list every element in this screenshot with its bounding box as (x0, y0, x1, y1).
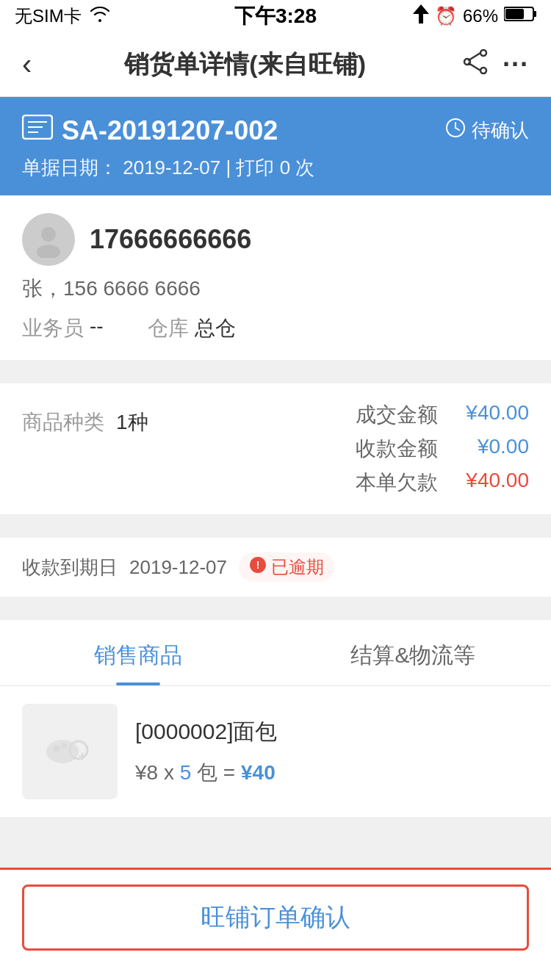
salesperson-value: -- (90, 314, 104, 342)
status-bar-right: ⏰ 66% (413, 4, 536, 28)
svg-line-10 (455, 128, 459, 130)
product-name: [0000002]面包 (135, 717, 529, 747)
tabs: 销售商品 结算&物流等 (0, 620, 551, 686)
customer-top: 17666666666 (22, 213, 529, 266)
status-bar-time: 下午3:28 (234, 2, 317, 30)
status-bar-left: 无SIM卡 (15, 4, 111, 28)
summary-left: 商品种类 1种 (22, 401, 148, 436)
price-value: ¥8 (135, 761, 158, 784)
table-row: + [0000002]面包 ¥8 x 5 包 = ¥40 (0, 686, 551, 818)
product-type-value: 1种 (116, 408, 148, 436)
product-price: ¥8 x 5 包 = ¥40 (135, 759, 529, 787)
header-card: SA-20191207-002 待确认 单据日期： 2019-12-07 | 打… (0, 97, 551, 195)
overdue-badge: ! 已逾期 (239, 552, 334, 582)
order-date: 单据日期： 2019-12-07 | 打印 0 次 (22, 155, 529, 181)
order-number: SA-20191207-002 (22, 115, 278, 146)
salesperson-label: 业务员 (22, 314, 84, 342)
wifi-icon (89, 6, 111, 26)
status-badge: 待确认 (445, 118, 529, 143)
overdue-text: 已逾期 (271, 555, 324, 579)
summary-right: 成交金额 ¥40.00 收款金额 ¥0.00 本单欠款 ¥40.00 (356, 401, 529, 497)
amount-row-2: 收款金额 ¥0.00 (356, 435, 529, 463)
customer-section: 17666666666 张，156 6666 6666 业务员 -- 仓库 总仓 (0, 195, 551, 360)
product-details: [0000002]面包 ¥8 x 5 包 = ¥40 (135, 717, 529, 787)
customer-phone[interactable]: 17666666666 (90, 224, 251, 255)
divider-3 (0, 608, 551, 620)
nav-bar: ‹ 销货单详情(来自旺铺) ··· (0, 32, 551, 97)
due-section: 收款到期日 2019-12-07 ! 已逾期 (0, 538, 551, 597)
svg-rect-0 (419, 14, 423, 24)
svg-point-11 (41, 227, 56, 242)
customer-name-info: 张，156 6666 6666 (22, 275, 529, 303)
tab-settlement[interactable]: 结算&物流等 (276, 620, 551, 685)
due-date: 2019-12-07 (129, 556, 227, 579)
order-icon (22, 115, 53, 146)
due-label: 收款到期日 (22, 555, 118, 580)
avatar (22, 213, 75, 266)
alarm-icon: ⏰ (435, 6, 457, 26)
svg-rect-2 (533, 11, 536, 17)
svg-point-12 (37, 245, 60, 258)
svg-point-17 (61, 743, 67, 749)
nav-bar-right: ··· (458, 47, 529, 82)
amount-label-3: 本单欠款 (356, 469, 438, 497)
status-text: 待确认 (472, 118, 529, 143)
svg-point-16 (53, 745, 60, 752)
customer-meta: 业务员 -- 仓库 总仓 (22, 314, 529, 342)
divider-1 (0, 372, 551, 383)
page-title: 销货单详情(来自旺铺) (124, 48, 366, 82)
summary-section: 商品种类 1种 成交金额 ¥40.00 收款金额 ¥0.00 本单欠款 ¥40.… (0, 383, 551, 514)
amount-label-2: 收款金额 (356, 435, 438, 463)
product-type-label: 商品种类 (22, 408, 104, 436)
equals: = (223, 761, 241, 784)
unit-value: 包 (197, 761, 217, 784)
amount-value-3: ¥40.00 (455, 469, 529, 497)
warning-icon: ! (249, 556, 267, 578)
amount-value-2: ¥0.00 (455, 435, 529, 463)
warehouse-item: 仓库 总仓 (148, 314, 236, 342)
confirm-order-button[interactable]: 旺铺订单确认 (22, 884, 529, 951)
svg-text:!: ! (256, 559, 260, 571)
share-button[interactable] (458, 47, 488, 82)
product-list: + [0000002]面包 ¥8 x 5 包 = ¥40 (0, 686, 551, 818)
order-number-text: SA-20191207-002 (62, 115, 278, 146)
quantity-value: 5 (180, 761, 192, 784)
warehouse-label: 仓库 (148, 314, 189, 342)
more-button[interactable]: ··· (503, 49, 529, 80)
header-card-top: SA-20191207-002 待确认 (22, 115, 529, 146)
amount-row-3: 本单欠款 ¥40.00 (356, 469, 529, 497)
amount-row-1: 成交金额 ¥40.00 (356, 401, 529, 429)
clock-icon (445, 118, 466, 143)
battery-icon (504, 6, 536, 26)
total-value: ¥40 (241, 761, 276, 784)
warehouse-value: 总仓 (195, 314, 236, 342)
price-multiplier: x (164, 761, 180, 784)
tab-sales-products[interactable]: 销售商品 (0, 620, 276, 685)
back-button[interactable]: ‹ (22, 48, 32, 81)
amount-value-1: ¥40.00 (455, 401, 529, 429)
product-type: 商品种类 1种 (22, 408, 148, 436)
battery-label: 66% (463, 6, 498, 26)
bottom-bar: 旺铺订单确认 (0, 868, 551, 980)
divider-2 (0, 526, 551, 538)
location-icon (413, 4, 429, 28)
status-bar: 无SIM卡 下午3:28 ⏰ 66% (0, 0, 551, 32)
amount-label-1: 成交金额 (356, 401, 438, 429)
nav-bar-left: ‹ (22, 48, 32, 81)
salesperson-item: 业务员 -- (22, 314, 104, 342)
product-thumbnail: + (22, 704, 118, 799)
svg-rect-3 (505, 9, 524, 19)
carrier-label: 无SIM卡 (15, 4, 82, 28)
